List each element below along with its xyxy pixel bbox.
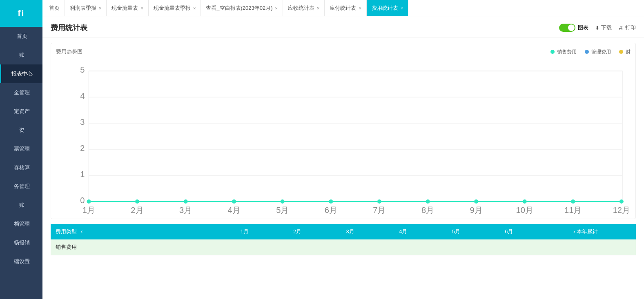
svg-text:1: 1 — [80, 170, 85, 179]
chart-title: 费用趋势图 — [56, 48, 82, 55]
svg-text:1月: 1月 — [82, 206, 95, 214]
sidebar-item-settings[interactable]: 础设置 — [0, 252, 42, 271]
svg-text:2: 2 — [80, 144, 85, 153]
col-m1: 1月 — [218, 224, 271, 239]
sidebar-item-services[interactable]: 务管理 — [0, 177, 42, 196]
sidebar-item-reports[interactable]: 报表中心 — [0, 64, 42, 83]
sidebar: fi 首页 账 报表中心 金管理 定资产 资 票管理 存核算 务管理 账 档管理… — [0, 0, 42, 299]
svg-point-32 — [426, 199, 430, 204]
svg-point-26 — [135, 199, 139, 204]
tab-cashflow-close[interactable]: × — [140, 6, 143, 11]
tab-ar-close[interactable]: × — [317, 6, 319, 11]
svg-text:12月: 12月 — [613, 206, 630, 214]
svg-text:5月: 5月 — [276, 206, 289, 214]
row-m2-cell — [271, 239, 324, 255]
chart-legend: 销售费用 管理费用 财 — [550, 49, 631, 55]
col-m4: 4月 — [377, 224, 430, 239]
svg-point-29 — [281, 199, 285, 204]
sidebar-item-files[interactable]: 档管理 — [0, 215, 42, 233]
expense-table: 费用类型 ‹ 1月 2月 3月 4月 5月 6月 › 本年累计 — [51, 224, 636, 255]
row-m4-cell — [377, 239, 430, 255]
svg-point-27 — [184, 199, 188, 204]
chart-toggle[interactable] — [559, 24, 575, 32]
svg-text:8月: 8月 — [421, 206, 434, 214]
svg-point-34 — [523, 199, 527, 204]
svg-text:11月: 11月 — [564, 206, 582, 214]
svg-text:0: 0 — [80, 196, 85, 205]
page-title: 费用统计表 — [51, 23, 87, 33]
sidebar-item-sales[interactable]: 畅报销 — [0, 233, 42, 252]
svg-text:7月: 7月 — [373, 206, 386, 214]
legend-sales: 销售费用 — [550, 49, 577, 55]
sidebar-item-account[interactable]: 账 — [0, 46, 42, 64]
legend-admin-dot — [585, 50, 589, 54]
page-content: 费用统计表 图表 ⬇ 下载 🖨 打印 费用趋势图 — [42, 16, 644, 299]
row-type-cell: 销售费用 — [51, 239, 218, 255]
svg-text:2月: 2月 — [131, 206, 143, 214]
sidebar-item-inventory[interactable]: 存核算 — [0, 158, 42, 177]
tab-profit[interactable]: 利润表季报 × — [65, 0, 107, 16]
svg-text:4月: 4月 — [228, 206, 241, 214]
svg-point-33 — [474, 199, 478, 204]
sidebar-item-ledger[interactable]: 账 — [0, 196, 42, 215]
legend-admin: 管理费用 — [585, 49, 611, 55]
col-m3: 3月 — [324, 224, 377, 239]
table-header-row: 费用类型 ‹ 1月 2月 3月 4月 5月 6月 › 本年累计 — [51, 224, 636, 239]
tab-cashflow-q[interactable]: 现金流量表季报 × — [149, 0, 201, 16]
tab-home[interactable]: 首页 — [44, 0, 65, 16]
sidebar-item-fund[interactable]: 金管理 — [0, 83, 42, 102]
svg-text:9月: 9月 — [470, 206, 483, 214]
print-button[interactable]: 🖨 打印 — [618, 24, 636, 31]
page-actions: 图表 ⬇ 下载 🖨 打印 — [559, 24, 636, 32]
tab-cashflow[interactable]: 现金流量表 × — [107, 0, 148, 16]
tab-ap[interactable]: 应付统计表 × — [325, 0, 366, 16]
tab-blank-close[interactable]: × — [275, 6, 278, 11]
svg-text:10月: 10月 — [516, 206, 533, 214]
row-m5-cell — [430, 239, 483, 255]
svg-text:5: 5 — [80, 65, 85, 74]
svg-text:3: 3 — [80, 117, 85, 126]
svg-point-25 — [87, 199, 91, 204]
col-m5: 5月 — [430, 224, 483, 239]
download-icon: ⬇ — [595, 25, 599, 31]
col-ytd: › 本年累计 — [535, 224, 636, 239]
tab-expense[interactable]: 费用统计表 × — [367, 0, 408, 16]
svg-text:4: 4 — [80, 91, 85, 100]
svg-text:6月: 6月 — [325, 206, 337, 214]
col-m2: 2月 — [271, 224, 324, 239]
chart-header: 费用趋势图 销售费用 管理费用 财 — [56, 48, 631, 55]
table-row: 销售费用 — [51, 239, 636, 255]
page-header: 费用统计表 图表 ⬇ 下载 🖨 打印 — [42, 16, 644, 38]
download-button[interactable]: ⬇ 下载 — [595, 24, 612, 31]
tab-profit-close[interactable]: × — [99, 6, 101, 11]
sidebar-item-assets[interactable]: 定资产 — [0, 102, 42, 121]
svg-text:3月: 3月 — [179, 206, 192, 214]
row-m6-cell — [483, 239, 536, 255]
sidebar-item-home[interactable]: 首页 — [0, 27, 42, 46]
tab-bar: 首页 利润表季报 × 现金流量表 × 现金流量表季报 × 查看_空白报表(202… — [42, 0, 644, 16]
tab-blank[interactable]: 查看_空白报表(2023年02月) × — [201, 0, 283, 16]
main-content: 首页 利润表季报 × 现金流量表 × 现金流量表季报 × 查看_空白报表(202… — [42, 0, 644, 299]
nav-next-button[interactable]: › — [573, 228, 575, 235]
svg-point-36 — [619, 199, 624, 204]
tab-cashflow-q-close[interactable]: × — [193, 6, 196, 11]
svg-point-35 — [571, 199, 575, 204]
toggle-wrap: 图表 — [559, 24, 588, 32]
legend-admin-label: 管理费用 — [591, 49, 611, 55]
tab-expense-close[interactable]: × — [401, 6, 403, 11]
nav-prev-button[interactable]: ‹ — [78, 228, 85, 235]
svg-point-31 — [377, 199, 381, 204]
chart-area: 费用趋势图 销售费用 管理费用 财 — [51, 43, 636, 219]
row-m1-cell — [218, 239, 271, 255]
toggle-label: 图表 — [578, 24, 588, 31]
data-table-wrap: 费用类型 ‹ 1月 2月 3月 4月 5月 6月 › 本年累计 — [51, 224, 636, 255]
legend-sales-dot — [550, 50, 555, 54]
row-m3-cell — [324, 239, 377, 255]
tab-ar[interactable]: 应收统计表 × — [283, 0, 325, 16]
sidebar-item-invoices[interactable]: 票管理 — [0, 140, 42, 158]
legend-finance-dot — [619, 50, 623, 54]
print-icon: 🖨 — [618, 25, 624, 31]
sidebar-item-resources[interactable]: 资 — [0, 121, 42, 140]
legend-finance-label: 财 — [626, 49, 631, 55]
tab-ap-close[interactable]: × — [359, 6, 361, 11]
